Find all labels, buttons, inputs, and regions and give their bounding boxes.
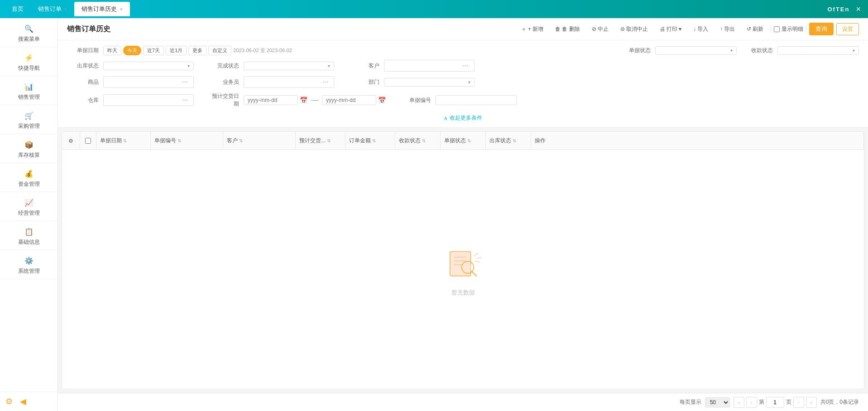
page-number-input[interactable] bbox=[766, 397, 784, 408]
product-control: ··· bbox=[103, 76, 194, 88]
sidebar-item-management-label: 经营管理 bbox=[18, 209, 40, 217]
sidebar-item-search[interactable]: 🔍 搜索菜单 bbox=[0, 18, 58, 47]
customer-dots-icon[interactable]: ··· bbox=[461, 62, 470, 70]
completion-status-chevron-icon: ▾ bbox=[328, 63, 330, 68]
th-customer[interactable]: 客户 ⇅ bbox=[223, 132, 296, 150]
product-dots-icon[interactable]: ··· bbox=[180, 78, 190, 86]
th-amount[interactable]: 订单金额 ⇅ bbox=[345, 132, 395, 150]
th-operation-label: 操作 bbox=[535, 137, 546, 145]
sidebar-item-sales-label: 销售管理 bbox=[18, 93, 40, 101]
delivery-date-end-calendar-icon[interactable]: 📅 bbox=[378, 97, 386, 104]
svg-line-7 bbox=[475, 253, 478, 255]
settings-button[interactable]: 设置 bbox=[836, 23, 859, 35]
add-button[interactable]: ＋ + 新增 bbox=[517, 24, 548, 35]
first-page-button[interactable]: « bbox=[734, 397, 744, 408]
toolbar-divider bbox=[771, 25, 771, 33]
import-button[interactable]: ↓ 导入 bbox=[689, 24, 713, 35]
svg-line-6 bbox=[472, 271, 476, 276]
collapse-bar[interactable]: ∧ 收起更多条件 bbox=[67, 112, 859, 122]
department-select[interactable]: ▾ bbox=[384, 78, 475, 87]
th-delivery-sort-icon: ⇅ bbox=[327, 138, 331, 143]
date-1month-btn[interactable]: 近1月 bbox=[166, 46, 187, 55]
sidebar-item-system[interactable]: ⚙️ 系统管理 bbox=[0, 250, 58, 279]
delivery-date-control: 📅 — 📅 bbox=[244, 95, 386, 105]
th-out-status[interactable]: 出库状态 ⇅ bbox=[486, 132, 531, 150]
th-checkbox[interactable] bbox=[80, 132, 96, 150]
th-bill-status-sort-icon: ⇅ bbox=[467, 138, 471, 143]
settings-gear-icon: ⚙ bbox=[68, 138, 73, 144]
date-today-btn[interactable]: 今天 bbox=[123, 46, 141, 55]
th-delivery[interactable]: 预计交货... ⇅ bbox=[296, 132, 345, 150]
basic-icon: 📋 bbox=[24, 227, 34, 237]
export-icon: ↑ bbox=[720, 26, 723, 32]
date-7days-btn[interactable]: 近7天 bbox=[143, 46, 164, 55]
product-label: 商品 bbox=[67, 78, 99, 86]
completion-status-label: 完成状态 bbox=[207, 62, 239, 70]
prev-page-button[interactable]: ‹ bbox=[746, 397, 757, 408]
th-customer-label: 客户 bbox=[227, 137, 238, 145]
delivery-date-label: 预计交货日期 bbox=[207, 92, 239, 108]
th-bill-status[interactable]: 单据状态 ⇅ bbox=[441, 132, 486, 150]
sidebar-item-purchase[interactable]: 🛒 采购管理 bbox=[0, 105, 58, 134]
export-button[interactable]: ↑ 导出 bbox=[715, 24, 739, 35]
warehouse-dots-icon[interactable]: ··· bbox=[180, 96, 190, 104]
search-icon: 🔍 bbox=[24, 24, 34, 34]
tab-sales-order-history[interactable]: 销售订单历史 × bbox=[74, 2, 129, 16]
sidebar-item-nav[interactable]: ⚡ 快捷导航 bbox=[0, 47, 58, 76]
outbound-status-select[interactable]: ▾ bbox=[103, 62, 194, 70]
tab-sales-order-label: 销售订单 bbox=[38, 5, 62, 13]
delete-button[interactable]: 🗑 🗑 删除 bbox=[551, 24, 584, 35]
tab-bar: 首页 销售订单 × 销售订单历史 × bbox=[5, 2, 827, 16]
print-button[interactable]: 🖨 打印 ▾ bbox=[655, 24, 686, 35]
sidebar-item-basic[interactable]: 📋 基础信息 bbox=[0, 221, 58, 250]
table-area: ⚙ 单据日期 ⇅ 单据编号 ⇅ 客户 ⇅ 预计交货... bbox=[62, 131, 864, 389]
display-toggle-checkbox[interactable] bbox=[774, 26, 780, 32]
department-label: 部门 bbox=[348, 78, 379, 86]
display-toggle[interactable]: 显示明细 bbox=[774, 25, 803, 33]
date-yesterday-btn[interactable]: 昨天 bbox=[103, 46, 121, 55]
last-page-button[interactable]: » bbox=[806, 397, 817, 408]
query-button[interactable]: 查询 bbox=[809, 23, 834, 35]
sidebar-item-system-label: 系统管理 bbox=[18, 267, 40, 275]
sidebar-collapse-icon[interactable]: ◀ bbox=[20, 396, 26, 406]
tab-home[interactable]: 首页 bbox=[5, 2, 31, 16]
delivery-date-end-input[interactable] bbox=[322, 95, 376, 105]
tab-sales-order[interactable]: 销售订单 × bbox=[31, 2, 74, 16]
tab-sales-order-history-close[interactable]: × bbox=[120, 6, 122, 12]
sidebar-settings-icon[interactable]: ⚙ bbox=[5, 396, 13, 406]
total-info: 共0页，0条记录 bbox=[820, 398, 859, 406]
th-settings[interactable]: ⚙ bbox=[62, 132, 80, 150]
window-close-button[interactable]: × bbox=[853, 4, 863, 15]
sidebar-item-sales[interactable]: 📊 销售管理 bbox=[0, 76, 58, 105]
sidebar-item-inventory[interactable]: 📦 库存核算 bbox=[0, 134, 58, 163]
delivery-date-start-input[interactable] bbox=[244, 95, 298, 105]
order-no-input[interactable] bbox=[436, 95, 517, 105]
th-date[interactable]: 单据日期 ⇅ bbox=[96, 132, 151, 150]
tab-sales-order-close[interactable]: × bbox=[64, 6, 67, 12]
sidebar-item-finance[interactable]: 💰 资金管理 bbox=[0, 163, 58, 192]
cancel-stop-icon: ⊘ bbox=[620, 26, 625, 32]
cancel-stop-button[interactable]: ⊘ 取消中止 bbox=[616, 24, 652, 35]
page-size-select[interactable]: 50 10 20 100 bbox=[705, 397, 730, 407]
stop-button[interactable]: ⊘ 中止 bbox=[587, 24, 613, 35]
salesman-dots-icon[interactable]: ··· bbox=[321, 78, 330, 86]
select-all-checkbox[interactable] bbox=[85, 138, 91, 144]
empty-state: 暂无数据 bbox=[62, 150, 864, 389]
next-page-button[interactable]: › bbox=[793, 397, 804, 408]
bill-status-select[interactable]: ▾ bbox=[655, 46, 737, 55]
outbound-status-label: 出库状态 bbox=[67, 62, 99, 70]
print-icon: 🖨 bbox=[660, 26, 665, 32]
tab-home-label: 首页 bbox=[12, 5, 24, 13]
delivery-date-start-calendar-icon[interactable]: 📅 bbox=[300, 97, 307, 104]
warehouse-control: ··· bbox=[103, 94, 194, 106]
refresh-button[interactable]: ↺ 刷新 bbox=[742, 24, 768, 35]
th-order-no[interactable]: 单据编号 ⇅ bbox=[151, 132, 223, 150]
date-custom-btn[interactable]: 自定义 bbox=[208, 46, 231, 55]
date-range-display: 2023-06-02 至 2023-06-02 bbox=[233, 47, 292, 54]
payment-status-select[interactable]: ▾ bbox=[777, 46, 859, 55]
date-more-btn[interactable]: 更多 bbox=[188, 46, 206, 55]
th-payment[interactable]: 收款状态 ⇅ bbox=[395, 132, 441, 150]
sidebar-item-management[interactable]: 📈 经营管理 bbox=[0, 192, 58, 221]
top-bar: 首页 销售订单 × 销售订单历史 × OfTEn × bbox=[0, 0, 868, 18]
completion-status-select[interactable]: ▾ bbox=[244, 62, 334, 70]
